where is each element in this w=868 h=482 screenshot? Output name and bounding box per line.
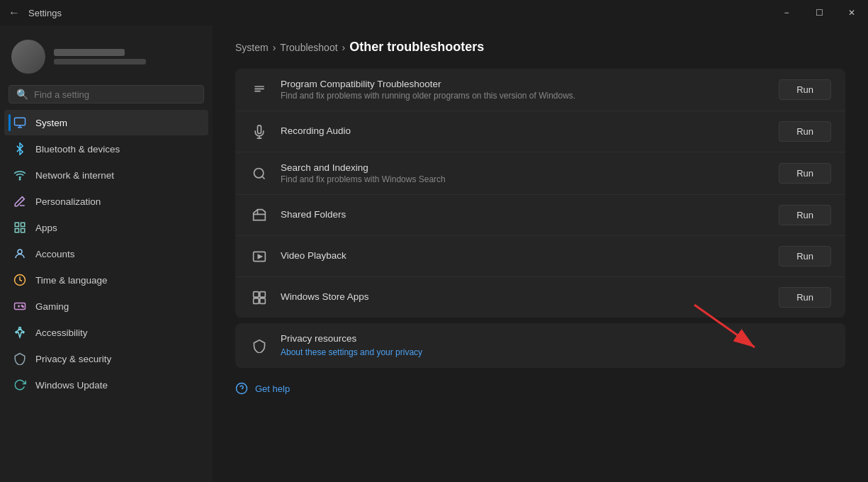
sidebar-item-windows-update[interactable]: Windows Update [4,372,208,398]
shared-folders-icon [249,206,269,225]
system-icon [13,116,27,130]
search-indexing-run-button[interactable]: Run [779,163,831,184]
privacy-icon [13,352,27,366]
search-input[interactable] [34,89,196,100]
titlebar-left: ← Settings [9,6,62,19]
program-compatibility-desc: Find and fix problems with running older… [281,91,767,101]
sidebar-profile [0,26,213,82]
search-icon: 🔍 [16,89,28,100]
recording-audio-icon [249,122,269,142]
sidebar-item-accessibility[interactable]: Accessibility [4,320,208,345]
get-help-icon [235,382,248,395]
svg-line-22 [262,176,265,179]
breadcrumb-sep-1: › [273,42,276,53]
search-indexing-icon [249,164,269,184]
recording-audio-info: Recording Audio [281,125,767,138]
troubleshooter-item-windows-store-apps: Windows Store Apps Run [235,277,845,318]
breadcrumb: System › Troubleshoot › Other troublesho… [235,40,845,55]
svg-marker-26 [258,254,261,258]
shield-icon [249,336,269,356]
avatar-image [11,40,45,74]
sidebar-nav: System Bluetooth & devices Network & int… [0,109,213,398]
sidebar-label-network: Network & internet [35,170,114,181]
sidebar-item-privacy[interactable]: Privacy & security [4,346,208,371]
titlebar-title: Settings [28,8,62,18]
sidebar-item-accounts[interactable]: Accounts [4,241,208,267]
sidebar-item-gaming[interactable]: Gaming [4,293,208,319]
breadcrumb-troubleshoot[interactable]: Troubleshoot [280,42,337,53]
sidebar-item-personalization[interactable]: Personalization [4,189,208,214]
svg-rect-5 [21,223,25,226]
get-help[interactable]: Get help [235,382,845,395]
program-compatibility-run-button[interactable]: Run [779,79,831,100]
svg-rect-28 [260,291,266,297]
titlebar-controls: − ☐ ✕ [770,0,868,26]
video-playback-title: Video Playback [281,250,767,261]
sidebar-item-apps[interactable]: Apps [4,215,208,240]
svg-rect-29 [254,298,259,303]
sidebar-item-system[interactable]: System [4,110,208,135]
sidebar: 🔍 System Bluetooth & devices Network & i… [0,26,213,482]
windows-store-apps-title: Windows Store Apps [281,291,767,302]
breadcrumb-system[interactable]: System [235,42,269,53]
svg-rect-4 [15,223,18,226]
sidebar-item-time[interactable]: Time & language [4,267,208,293]
sidebar-item-network[interactable]: Network & internet [4,162,208,188]
apps-icon [13,220,27,235]
search-box[interactable]: 🔍 [9,85,204,103]
windows-store-apps-run-button[interactable]: Run [779,287,831,308]
svg-point-3 [19,179,21,180]
shared-folders-title: Shared Folders [281,209,767,220]
gaming-icon [13,299,27,313]
video-playback-run-button[interactable]: Run [779,246,831,267]
troubleshooter-item-search-indexing: Search and Indexing Find and fix problem… [235,152,845,195]
search-indexing-action: Run [779,163,831,184]
program-compatibility-info: Program Compatibility Troubleshooter Fin… [281,79,767,101]
time-icon [13,273,27,287]
svg-rect-6 [15,229,18,232]
back-icon[interactable]: ← [9,6,20,19]
privacy-info: Privacy resources About these settings a… [281,333,831,358]
sidebar-item-bluetooth[interactable]: Bluetooth & devices [4,136,208,162]
titlebar: ← Settings − ☐ ✕ [0,0,868,26]
sidebar-label-accounts: Accounts [35,249,75,259]
troubleshooter-item-program-compatibility: Program Compatibility Troubleshooter Fin… [235,69,845,111]
shared-folders-info: Shared Folders [281,209,767,221]
privacy-resources-section: Privacy resources About these settings a… [235,323,845,368]
minimize-button[interactable]: − [770,0,803,26]
windows-store-apps-action: Run [779,287,831,308]
sidebar-label-personalization: Personalization [35,196,101,207]
svg-rect-30 [260,298,266,303]
svg-rect-7 [21,229,25,232]
sidebar-label-privacy: Privacy & security [35,354,111,364]
recording-audio-action: Run [779,121,831,142]
video-playback-info: Video Playback [281,250,767,262]
profile-info [54,49,201,65]
privacy-link[interactable]: About these settings and your privacy [281,347,422,357]
accounts-icon [13,247,27,261]
svg-rect-27 [254,291,259,297]
video-playback-action: Run [779,246,831,267]
sidebar-label-system: System [35,118,67,128]
close-button[interactable]: ✕ [835,0,868,26]
profile-detail [54,59,146,65]
recording-audio-run-button[interactable]: Run [779,121,831,142]
video-playback-icon [249,247,269,267]
accessibility-icon [13,325,27,340]
troubleshooter-item-video-playback: Video Playback Run [235,236,845,277]
sidebar-label-gaming: Gaming [35,301,69,312]
windows-store-apps-icon [249,288,269,308]
svg-point-14 [23,306,24,308]
troubleshooter-item-shared-folders: Shared Folders Run [235,195,845,236]
shared-folders-run-button[interactable]: Run [779,205,831,225]
breadcrumb-sep-2: › [342,42,346,53]
windows-store-apps-info: Windows Store Apps [281,291,767,303]
maximize-button[interactable]: ☐ [803,0,835,26]
sidebar-label-apps: Apps [35,223,57,233]
app-body: 🔍 System Bluetooth & devices Network & i… [0,26,868,482]
bluetooth-icon [13,142,27,156]
breadcrumb-current: Other troubleshooters [349,40,484,55]
program-compatibility-action: Run [779,79,831,100]
content-area: System › Troubleshoot › Other troublesho… [213,26,868,482]
sidebar-label-bluetooth: Bluetooth & devices [35,144,120,155]
